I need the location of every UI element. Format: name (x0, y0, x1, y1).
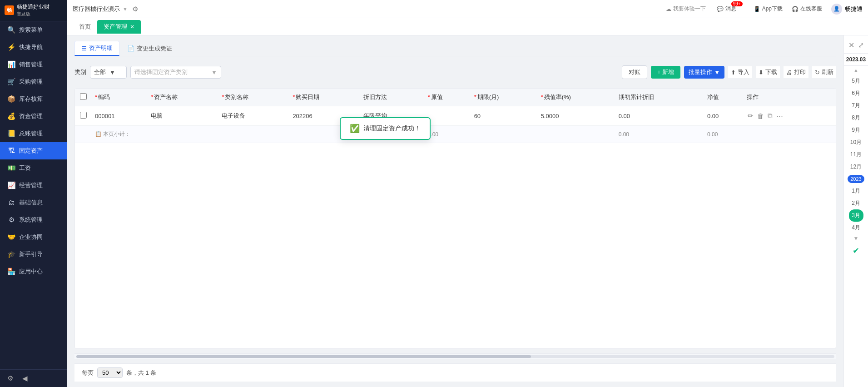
right-panel-header: 2023.03 (844, 54, 868, 66)
month-2[interactable]: 2月 (844, 197, 868, 209)
download-icon: 📱 (754, 6, 760, 12)
import-icon: ⬆ (731, 69, 736, 76)
copy-button[interactable]: ⧉ (767, 111, 774, 121)
batch-dropdown-icon: ▼ (714, 69, 720, 76)
print-button[interactable]: 🖨 打印 (784, 66, 808, 78)
batch-button[interactable]: 批量操作 ▼ (684, 66, 724, 79)
inner-tabs: ☰ 资产明细 📄 变更生成凭证 (74, 41, 836, 56)
month-6[interactable]: 6月 (844, 87, 868, 99)
subtotal-accumulated: 0.00 (615, 126, 704, 143)
more-button[interactable]: ⋯ (775, 111, 784, 121)
refresh-button[interactable]: ↻ 刷新 (812, 66, 836, 78)
app-download-badge[interactable]: 📱 App下载 (754, 5, 783, 13)
month-7[interactable]: 7月 (844, 99, 868, 112)
sidebar-item-operations[interactable]: 📈 经营管理 (0, 177, 67, 194)
message-badge[interactable]: 💬 消息 99+ (717, 5, 736, 13)
th-depreciation-method: 折旧方法 (360, 89, 424, 106)
row-checkbox[interactable] (80, 112, 87, 119)
tabs-bar: 首页 资产管理 ✕ (67, 18, 868, 35)
right-panel: ✕ ⤢ 2023.03 ▲ 5月 6月 7月 8月 9月 10月 11月 12月… (843, 35, 868, 387)
experience-button[interactable]: ☁ 我要体验一下 (666, 5, 706, 13)
month-11[interactable]: 11月 (844, 149, 868, 161)
month-8[interactable]: 8月 (844, 112, 868, 124)
per-page-select[interactable]: 50 100 200 (97, 367, 123, 378)
support-icon: 🎧 (792, 6, 799, 12)
edit-button[interactable]: ✏ (747, 111, 754, 121)
settings-icon[interactable]: ⚙ (7, 374, 13, 382)
month-10[interactable]: 10月 (844, 136, 868, 149)
subtotal-row: 📋 本页小计： 0.00 0.00 0.00 (75, 126, 836, 143)
th-period: *期限(月) (471, 89, 537, 106)
month-1[interactable]: 1月 (844, 185, 868, 197)
month-3-active[interactable]: 3月 (849, 209, 863, 222)
year-2023-label[interactable]: 2023 (848, 175, 864, 183)
account-button[interactable]: 对账 (622, 65, 647, 79)
sidebar-item-payroll[interactable]: 💵 工资 (0, 159, 67, 177)
th-actions: 操作 (743, 89, 836, 106)
tab-asset-management[interactable]: 资产管理 ✕ (97, 20, 141, 34)
sidebar-bottom: ⚙ ◀ (0, 369, 67, 387)
table-footer: 每页 50 100 200 条，共 1 条 (74, 363, 836, 382)
download-button[interactable]: ⬇ 下载 (756, 66, 780, 78)
sidebar-item-basicinfo[interactable]: 🗂 基础信息 (0, 194, 67, 211)
toast-success-icon: ✅ (350, 124, 360, 134)
month-9[interactable]: 9月 (844, 124, 868, 136)
panel-down-chevron[interactable]: ▼ (853, 234, 859, 243)
th-net-value: 净值 (704, 89, 743, 106)
user-profile[interactable]: 👤 畅捷通 (831, 4, 863, 15)
purchase-icon: 🛒 (7, 78, 15, 86)
operations-icon: 📈 (7, 181, 15, 189)
inner-tab-asset-detail[interactable]: ☰ 资产明细 (74, 41, 119, 56)
main-area: 医疗器械行业演示 ▼ ⚙ ☁ 我要体验一下 💬 消息 99+ 📱 App下载 🎧… (67, 0, 868, 387)
sidebar-item-search[interactable]: 🔍 搜索菜单 (0, 21, 67, 39)
avatar: 👤 (831, 4, 842, 15)
th-name: *资产名称 (147, 89, 218, 106)
month-12[interactable]: 12月 (844, 161, 868, 173)
expand-panel-button[interactable]: ⤢ (856, 39, 866, 51)
toolbar-left: 类别 全部 ▼ 请选择固定资产类别 ▼ (74, 66, 221, 79)
payroll-icon: 💵 (7, 164, 15, 172)
row-category: 电子设备 (218, 106, 289, 126)
sidebar-item-capital[interactable]: 💰 资金管理 (0, 108, 67, 125)
toolbar: 类别 全部 ▼ 请选择固定资产类别 ▼ 对账 + 新增 批量操作 ▼ (74, 65, 836, 79)
delete-button[interactable]: 🗑 (756, 111, 765, 121)
tab-home[interactable]: 首页 (74, 20, 95, 34)
download-icon2: ⬇ (759, 69, 764, 76)
sidebar-item-sales[interactable]: 📊 销售管理 (0, 56, 67, 73)
print-icon: 🖨 (786, 69, 792, 76)
select-all-checkbox[interactable] (80, 93, 87, 100)
month-5[interactable]: 5月 (844, 75, 868, 87)
sidebar-item-system[interactable]: ⚙ 系统管理 (0, 211, 67, 228)
support-badge[interactable]: 🎧 在线客服 (792, 5, 822, 13)
new-button[interactable]: + 新增 (651, 66, 680, 79)
row-name: 电脑 (147, 106, 218, 126)
tab-close-icon[interactable]: ✕ (130, 24, 134, 30)
sidebar-item-guide[interactable]: 🎓 新手引导 (0, 246, 67, 263)
import-button[interactable]: ⬆ 导入 (728, 66, 752, 78)
inventory-icon: 📦 (7, 95, 15, 103)
close-panel-button[interactable]: ✕ (847, 39, 856, 51)
sidebar-item-appstore[interactable]: 🏪 应用中心 (0, 263, 67, 280)
sidebar-item-purchase[interactable]: 🛒 采购管理 (0, 73, 67, 90)
company-selector[interactable]: 医疗器械行业演示 ▼ (73, 5, 128, 13)
inner-tab-voucher[interactable]: 📄 变更生成凭证 (120, 41, 179, 56)
sidebar-item-inventory[interactable]: 📦 库存核算 (0, 90, 67, 108)
sidebar-item-cooperation[interactable]: 🤝 企业协同 (0, 228, 67, 246)
sidebar-item-ledger[interactable]: 📒 总账管理 (0, 125, 67, 142)
filter-subcategory-select[interactable]: 请选择固定资产类别 ▼ (130, 66, 221, 79)
settings-gear-icon[interactable]: ⚙ (132, 5, 138, 13)
panel-up-chevron[interactable]: ▲ (853, 66, 859, 75)
panel-check-icon[interactable]: ✔ (851, 243, 861, 258)
select-all-th (75, 89, 91, 106)
th-code: *编码 (91, 89, 147, 106)
th-purchase-date: *购买日期 (289, 89, 360, 106)
h-scrollbar[interactable] (74, 353, 836, 359)
appstore-icon: 🏪 (7, 268, 15, 276)
h-scrollbar-track (76, 355, 834, 358)
sidebar-item-quicknav[interactable]: ⚡ 快捷导航 (0, 39, 67, 56)
month-4[interactable]: 4月 (844, 222, 868, 234)
sidebar-item-fixedassets[interactable]: 🏗 固定资产 (0, 142, 67, 159)
filter-category-select[interactable]: 全部 ▼ (90, 66, 127, 79)
asset-table: *编码 *资产名称 *类别名称 *购买日期 折旧方法 *原值 *期限(月) *残… (74, 88, 836, 349)
collapse-icon[interactable]: ◀ (22, 374, 28, 382)
